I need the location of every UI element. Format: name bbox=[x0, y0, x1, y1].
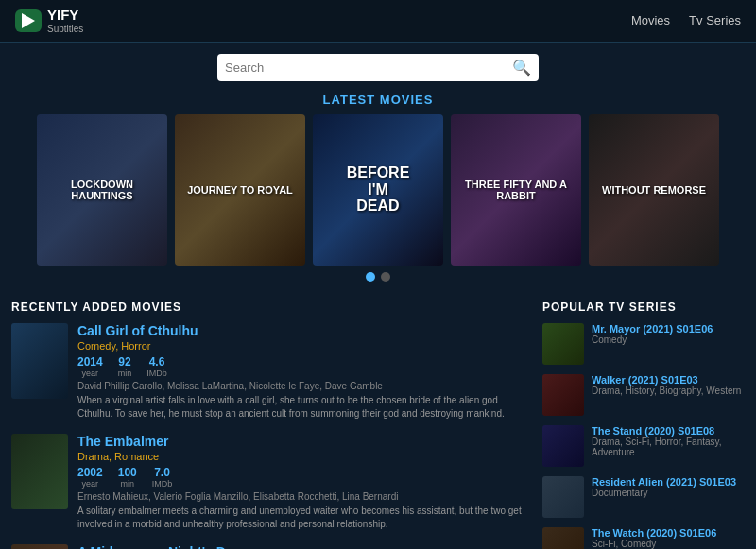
main-content: RECENTLY ADDED MOVIES Call Girl of Cthul… bbox=[0, 291, 756, 550]
tv-thumb-5[interactable] bbox=[542, 527, 584, 550]
right-panel: POPULAR TV SERIES Mr. Mayor (2021) S01E0… bbox=[527, 300, 745, 550]
movie-year-1: 2014 bbox=[77, 355, 103, 369]
dot-2[interactable] bbox=[381, 272, 390, 282]
logo-text: YIFY Subtitles bbox=[47, 8, 83, 34]
tv-info-3: The Stand (2020) S01E08 Drama, Sci-Fi, H… bbox=[592, 425, 745, 457]
movie-duration-1: 92 bbox=[118, 355, 130, 369]
popular-tv-title: POPULAR TV SERIES bbox=[542, 300, 745, 314]
movie-item-3: A Midsummer Night's Dream Comedy, Fantas… bbox=[11, 544, 527, 550]
logo-subtitle: Subtitles bbox=[47, 24, 83, 34]
logo-box bbox=[15, 9, 42, 32]
year-cell-2: 2002 year bbox=[77, 465, 103, 489]
movie-genre-1: Comedy, Horror bbox=[77, 340, 527, 352]
nav-movies[interactable]: Movies bbox=[631, 13, 670, 27]
tv-thumb-1[interactable] bbox=[542, 323, 584, 365]
year-label-1: year bbox=[77, 369, 103, 378]
movie-desc-2: A solitary embalmer meets a charming and… bbox=[77, 505, 527, 531]
movie-cast-2: Ernesto Mahieux, Valerio Foglia Manzillo… bbox=[77, 491, 527, 502]
play-icon bbox=[22, 13, 35, 28]
tv-title-1[interactable]: Mr. Mayor (2021) S01E06 bbox=[592, 323, 713, 335]
dot-1[interactable] bbox=[366, 272, 375, 282]
logo-yify: YIFY bbox=[47, 8, 83, 24]
carousel-title: LATEST MOVIES bbox=[11, 93, 745, 107]
poster-title-4: THREE FIFTY AND A RABBIT bbox=[455, 179, 577, 201]
rating-cell-2: 7.0 IMDb bbox=[152, 465, 173, 489]
movie-thumb-1[interactable] bbox=[11, 323, 68, 399]
movie-meta-1: 2014 year 92 min 4.6 IMDb bbox=[77, 354, 527, 378]
tv-genre-1: Comedy bbox=[592, 335, 713, 345]
tv-thumb-4[interactable] bbox=[542, 476, 584, 518]
search-bar: 🔍 bbox=[217, 54, 539, 81]
year-cell-1: 2014 year bbox=[77, 354, 103, 378]
movie-duration-2: 100 bbox=[118, 466, 137, 479]
tv-genre-3: Drama, Sci-Fi, Horror, Fantasy, Adventur… bbox=[592, 437, 745, 457]
movie-info-2: The Embalmer Drama, Romance 2002 year 10… bbox=[77, 434, 527, 531]
poster-bg-4: THREE FIFTY AND A RABBIT bbox=[451, 114, 581, 266]
search-input[interactable] bbox=[225, 60, 512, 75]
tv-title-5[interactable]: The Watch (2020) S01E06 bbox=[592, 527, 716, 539]
poster-title-5: WITHOUT REMORSE bbox=[602, 184, 706, 196]
carousel-section: LATEST MOVIES LOCKDOWN HAUNTINGS JOURNEY… bbox=[0, 87, 756, 291]
search-section: 🔍 bbox=[0, 43, 756, 87]
tv-thumb-3[interactable] bbox=[542, 425, 584, 467]
logo: YIFY Subtitles bbox=[15, 8, 83, 34]
left-panel: RECENTLY ADDED MOVIES Call Girl of Cthul… bbox=[11, 300, 527, 550]
nav: Movies Tv Series bbox=[631, 13, 741, 27]
tv-genre-4: Documentary bbox=[592, 488, 736, 498]
movie-meta-2: 2002 year 100 min 7.0 IMDb bbox=[77, 465, 527, 489]
header: YIFY Subtitles Movies Tv Series bbox=[0, 0, 756, 43]
nav-tv-series[interactable]: Tv Series bbox=[689, 13, 741, 27]
tv-item-3: The Stand (2020) S01E08 Drama, Sci-Fi, H… bbox=[542, 425, 745, 467]
tv-genre-5: Sci-Fi, Comedy bbox=[592, 539, 716, 549]
dur-cell-1: 92 min bbox=[118, 354, 132, 378]
tv-info-1: Mr. Mayor (2021) S01E06 Comedy bbox=[592, 323, 713, 345]
poster-2[interactable]: JOURNEY TO ROYAL bbox=[175, 114, 305, 266]
poster-4[interactable]: THREE FIFTY AND A RABBIT bbox=[451, 114, 581, 266]
tv-title-3[interactable]: The Stand (2020) S01E08 bbox=[592, 425, 745, 437]
movie-title-3[interactable]: A Midsummer Night's Dream bbox=[77, 544, 527, 550]
carousel-row: LOCKDOWN HAUNTINGS JOURNEY TO ROYAL BEFO… bbox=[11, 114, 745, 266]
dur-label-1: min bbox=[118, 369, 132, 378]
tv-item-1: Mr. Mayor (2021) S01E06 Comedy bbox=[542, 323, 745, 365]
poster-3[interactable]: BEFOREI'MDEAD bbox=[313, 114, 443, 266]
dur-cell-2: 100 min bbox=[118, 465, 137, 489]
search-button[interactable]: 🔍 bbox=[512, 59, 531, 77]
movie-desc-1: When a virginal artist falls in love wit… bbox=[77, 394, 527, 420]
poster-5[interactable]: WITHOUT REMORSE bbox=[589, 114, 719, 266]
poster-bg-5: WITHOUT REMORSE bbox=[589, 114, 719, 266]
tv-info-2: Walker (2021) S01E03 Drama, History, Bio… bbox=[592, 374, 741, 396]
poster-bg-2: JOURNEY TO ROYAL bbox=[175, 114, 305, 266]
tv-genre-2: Drama, History, Biography, Western bbox=[592, 386, 741, 396]
tv-info-4: Resident Alien (2021) S01E03 Documentary bbox=[592, 476, 736, 498]
imdb-label-2: IMDb bbox=[152, 479, 173, 489]
movie-year-2: 2002 bbox=[77, 466, 103, 479]
movie-rating-2: 7.0 bbox=[154, 466, 170, 479]
tv-item-4: Resident Alien (2021) S01E03 Documentary bbox=[542, 476, 745, 518]
tv-title-2[interactable]: Walker (2021) S01E03 bbox=[592, 374, 741, 386]
poster-1[interactable]: LOCKDOWN HAUNTINGS bbox=[37, 114, 167, 266]
recently-added-title: RECENTLY ADDED MOVIES bbox=[11, 300, 527, 314]
movie-item-1: Call Girl of Cthulhu Comedy, Horror 2014… bbox=[11, 323, 527, 420]
tv-item-5: The Watch (2020) S01E06 Sci-Fi, Comedy bbox=[542, 527, 745, 550]
movie-thumb-3[interactable] bbox=[11, 544, 68, 550]
movie-title-1[interactable]: Call Girl of Cthulhu bbox=[77, 323, 527, 338]
carousel-dots bbox=[11, 272, 745, 282]
movie-genre-2: Drama, Romance bbox=[77, 451, 527, 462]
tv-item-2: Walker (2021) S01E03 Drama, History, Bio… bbox=[542, 374, 745, 416]
year-label-2: year bbox=[77, 479, 103, 489]
poster-title-1: LOCKDOWN HAUNTINGS bbox=[41, 179, 163, 201]
tv-info-5: The Watch (2020) S01E06 Sci-Fi, Comedy bbox=[592, 527, 716, 549]
tv-title-4[interactable]: Resident Alien (2021) S01E03 bbox=[592, 476, 736, 488]
movie-cast-1: David Phillip Carollo, Melissa LaMartina… bbox=[77, 381, 527, 391]
movie-thumb-2[interactable] bbox=[11, 434, 68, 509]
movie-item-2: The Embalmer Drama, Romance 2002 year 10… bbox=[11, 434, 527, 531]
movie-title-2[interactable]: The Embalmer bbox=[77, 434, 527, 449]
poster-bg-3: BEFOREI'MDEAD bbox=[313, 114, 443, 266]
movie-info-1: Call Girl of Cthulhu Comedy, Horror 2014… bbox=[77, 323, 527, 420]
movie-rating-1: 4.6 bbox=[149, 355, 165, 369]
tv-thumb-2[interactable] bbox=[542, 374, 584, 416]
poster-title-3: BEFOREI'MDEAD bbox=[347, 164, 410, 214]
poster-title-2: JOURNEY TO ROYAL bbox=[187, 184, 293, 196]
rating-cell-1: 4.6 IMDb bbox=[146, 354, 167, 378]
movie-info-3: A Midsummer Night's Dream Comedy, Fantas… bbox=[77, 544, 527, 550]
